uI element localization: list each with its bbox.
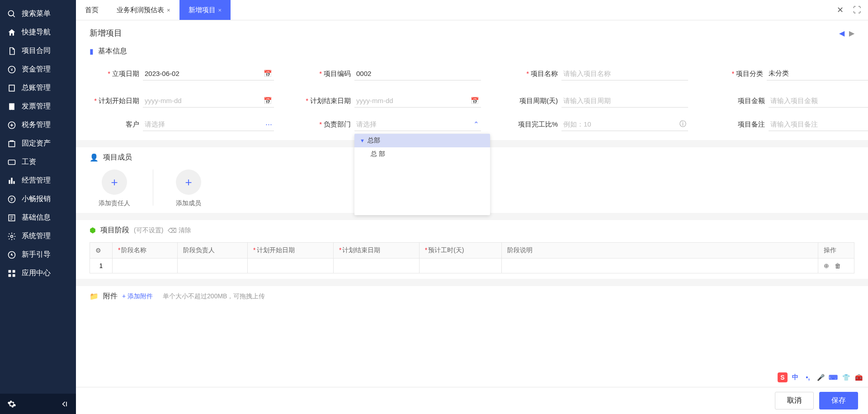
calendar-icon[interactable]: 📅	[264, 97, 272, 105]
plan-start-input[interactable]	[143, 94, 274, 107]
field-label: *项目分类	[715, 70, 763, 78]
help-icon[interactable]: ⓘ	[679, 120, 686, 128]
delete-row-icon[interactable]: 🗑	[835, 262, 841, 269]
completion-input[interactable]	[561, 118, 688, 131]
ime-skin-icon[interactable]: 👕	[841, 372, 851, 382]
close-panel-icon[interactable]: ✕	[835, 5, 845, 15]
dropdown-item-root[interactable]: ▼ 总部	[354, 134, 490, 147]
svg-text:¥: ¥	[10, 67, 13, 72]
cell-stage-name[interactable]	[113, 259, 178, 273]
add-attachment-button[interactable]: + 添加附件	[122, 292, 153, 301]
th-stage-owner: 阶段负责人	[178, 243, 248, 259]
clear-stages-button[interactable]: ⌫ 清除	[168, 226, 191, 235]
sidebar-item-label: 快捷导航	[22, 28, 51, 37]
field-project-name: *项目名称	[508, 67, 688, 80]
close-icon[interactable]: ×	[218, 7, 222, 14]
cell-plan-end[interactable]	[333, 259, 419, 273]
sidebar-item-apps[interactable]: 应用中心	[0, 264, 76, 282]
period-input[interactable]	[561, 94, 688, 107]
sidebar-item-contract[interactable]: 项目合同	[0, 42, 76, 60]
sidebar-item-ledger[interactable]: 总账管理	[0, 79, 76, 97]
close-icon[interactable]: ×	[167, 7, 170, 14]
tab-home[interactable]: 首页	[76, 0, 108, 20]
chevron-up-icon[interactable]: ⌃	[473, 120, 479, 128]
dropdown-item-child[interactable]: 总 部	[354, 147, 490, 161]
field-label: *负责部门	[301, 120, 351, 129]
sidebar-item-guide[interactable]: 新手引导	[0, 245, 76, 264]
ime-toolbar: S 中 •, 🎤 ⌨ 👕 🧰	[778, 372, 863, 382]
tab-label: 新增项目	[189, 6, 216, 14]
sidebar-item-asset[interactable]: 固定资产	[0, 134, 76, 153]
ime-lang[interactable]: 中	[790, 372, 800, 382]
more-icon[interactable]: ⋯	[265, 120, 272, 128]
expand-arrow-icon[interactable]: ▼	[360, 138, 365, 143]
tabs: 首页 业务利润预估表 × 新增项目 ×	[76, 0, 231, 20]
ime-keyboard-icon[interactable]: ⌨	[828, 372, 838, 382]
sidebar-item-info[interactable]: 基础信息	[0, 208, 76, 227]
ime-mic-icon[interactable]: 🎤	[816, 372, 826, 382]
project-name-input[interactable]	[561, 67, 688, 80]
project-code-input[interactable]	[354, 67, 481, 80]
customer-select[interactable]	[143, 118, 274, 131]
field-create-date: *立项日期 📅	[90, 67, 274, 80]
department-select[interactable]	[354, 118, 481, 131]
page-title: 新增项目	[90, 28, 122, 38]
section-attachments: 📁 附件 + 添加附件 单个大小不超过200MB，可拖拽上传	[76, 286, 868, 344]
cell-plan-start[interactable]	[248, 259, 334, 273]
topbar-actions: ✕ ⛶	[835, 5, 868, 15]
calendar-icon[interactable]: 📅	[471, 97, 479, 105]
calendar-icon[interactable]: 📅	[264, 70, 272, 78]
svg-rect-3	[9, 141, 14, 147]
cell-stage-owner[interactable]	[178, 259, 248, 273]
sidebar-item-salary[interactable]: 工资	[0, 153, 76, 171]
collapse-icon[interactable]	[60, 400, 69, 409]
page-nav: ◀ ▶	[839, 29, 854, 38]
topbar: 首页 业务利润预估表 × 新增项目 × ✕ ⛶	[76, 0, 868, 20]
section-header-stages: ⬢ 项目阶段 (可不设置) ⌫ 清除	[90, 226, 854, 235]
cancel-button[interactable]: 取消	[775, 392, 814, 409]
nav-next-icon[interactable]: ▶	[849, 29, 854, 38]
sidebar-item-funds[interactable]: ¥ 资金管理	[0, 60, 76, 79]
content: 新增项目 ◀ ▶ ▮ 基本信息 *立项日期 📅 *项目编码	[76, 20, 868, 414]
ime-punct-icon[interactable]: •,	[803, 372, 813, 382]
th-desc: 阶段说明	[502, 243, 818, 259]
save-button[interactable]: 保存	[819, 392, 858, 409]
sidebar: 搜索菜单 快捷导航 项目合同 ¥ 资金管理 总账管理 发票管理 税务管理 固定资…	[0, 0, 76, 414]
section-header-basic: ▮ 基本信息	[90, 47, 854, 56]
tab-profit-estimate[interactable]: 业务利润预估表 ×	[108, 0, 179, 20]
cell-hours[interactable]	[419, 259, 501, 273]
ime-toolbox-icon[interactable]: 🧰	[854, 372, 863, 382]
field-label: *计划结束日期	[301, 97, 351, 105]
sidebar-item-expense[interactable]: 小畅报销	[0, 190, 76, 208]
separator	[153, 169, 153, 206]
th-ops: 操作	[818, 243, 854, 259]
svg-rect-12	[13, 274, 15, 277]
add-responsible-button[interactable]: +	[102, 169, 127, 195]
plan-end-input[interactable]	[354, 94, 481, 107]
cell-desc[interactable]	[502, 259, 818, 273]
sidebar-item-tax[interactable]: 税务管理	[0, 116, 76, 134]
project-category-select[interactable]	[767, 67, 868, 80]
sidebar-item-label: 工资	[22, 157, 36, 167]
sidebar-item-invoice[interactable]: 发票管理	[0, 97, 76, 116]
add-row-icon[interactable]: ⊕	[824, 262, 829, 269]
amount-input[interactable]	[769, 94, 868, 107]
tab-label: 首页	[85, 6, 99, 14]
sidebar-item-label: 系统管理	[22, 231, 51, 241]
ime-logo-icon[interactable]: S	[778, 372, 788, 382]
th-settings[interactable]: ⚙	[90, 243, 113, 259]
sidebar-item-system[interactable]: 系统管理	[0, 227, 76, 245]
sidebar-item-label: 总账管理	[22, 83, 51, 93]
settings-icon[interactable]	[7, 400, 16, 409]
fullscreen-icon[interactable]: ⛶	[852, 5, 863, 15]
create-date-input[interactable]	[143, 67, 274, 80]
sidebar-item-biz[interactable]: 经营管理	[0, 171, 76, 190]
remarks-input[interactable]	[769, 118, 868, 131]
tab-new-project[interactable]: 新增项目 ×	[179, 0, 231, 20]
nav-prev-icon[interactable]: ◀	[839, 29, 844, 38]
sidebar-item-search[interactable]: 搜索菜单	[0, 5, 76, 23]
folder-icon: 📁	[90, 292, 99, 301]
add-member-button[interactable]: +	[176, 169, 201, 195]
stage-table: ⚙ *阶段名称 阶段负责人 *计划开始日期 *计划结束日期 *预计工时(天) 阶…	[90, 242, 854, 273]
sidebar-item-home[interactable]: 快捷导航	[0, 23, 76, 42]
